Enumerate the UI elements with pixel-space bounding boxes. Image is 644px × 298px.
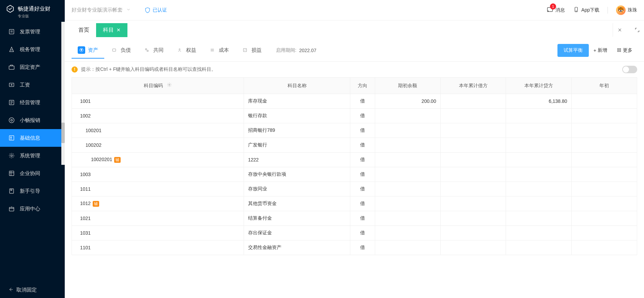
sidebar-item-label: 小畅报销: [20, 117, 40, 124]
sidebar-scrollbar-thumb[interactable]: [61, 123, 65, 143]
message-button[interactable]: 1 消息: [547, 6, 565, 14]
begin_balance-cell: [375, 138, 440, 153]
table-row[interactable]: 1002银行存款借: [72, 109, 637, 123]
plus-icon: +: [594, 48, 596, 53]
svg-point-5: [9, 118, 14, 123]
svg-rect-10: [9, 171, 14, 175]
table-row[interactable]: 1021结算备付金借: [72, 211, 637, 226]
begin_balance-cell: [375, 167, 440, 182]
table-row[interactable]: 10020201辅1222借: [72, 153, 637, 167]
divider: [608, 7, 608, 14]
filter-tab-liability[interactable]: 负债: [104, 42, 137, 59]
sidebar-item-label: 固定资产: [20, 64, 40, 70]
dir-cell: 借: [350, 167, 375, 182]
sidebar-item-reimburse[interactable]: 小畅报销: [0, 111, 65, 129]
tab-subject[interactable]: 科目 ✕: [96, 23, 127, 37]
download-button[interactable]: App下载: [573, 6, 599, 14]
filter-tab-cost[interactable]: 成本: [202, 42, 235, 59]
svg-point-27: [169, 84, 170, 85]
filter-tab-asset[interactable]: ¥ 资产: [72, 42, 104, 59]
expand-button[interactable]: [630, 23, 644, 37]
balance-button[interactable]: 试算平衡: [557, 44, 589, 57]
dir-cell: 借: [350, 240, 375, 255]
svg-point-7: [11, 137, 12, 138]
user-menu[interactable]: 🐯 珠珠: [616, 5, 637, 15]
sidebar-item-label: 经营管理: [20, 99, 40, 106]
table-row[interactable]: 1011存放同业借: [72, 182, 637, 197]
filter-tab-profit[interactable]: 损益: [235, 42, 268, 59]
info-icon: !: [72, 66, 78, 73]
sidebar-item-appcenter[interactable]: 应用中心: [0, 200, 65, 218]
more-button[interactable]: 更多: [612, 44, 637, 57]
sidebar: 畅捷通好业财 专业版 发票管理 税务管理 固定资产 工资 经营管理: [0, 0, 65, 298]
ytd_debit-cell: [440, 109, 506, 123]
sidebar-item-basic-info[interactable]: 基础信息: [0, 129, 65, 147]
system-icon: [8, 152, 15, 159]
ytd_credit-cell: [506, 109, 571, 123]
sidebar-item-guide[interactable]: 新手引导: [0, 182, 65, 200]
ytd_debit-cell: [440, 123, 506, 138]
subject-table: 科目编码 科目名称 方向 期初余额 本年累计借方 本年累计贷方 年初 1001库…: [72, 77, 637, 255]
name-cell: 结算备付金: [244, 211, 350, 226]
svg-point-8: [9, 153, 14, 158]
ytd_credit-cell: [506, 138, 571, 153]
begin_balance-cell: [375, 226, 440, 240]
salary-icon: [8, 81, 15, 88]
filter-tab-equity[interactable]: 权益: [170, 42, 202, 59]
code-cell: 1021: [72, 211, 244, 226]
ytd_credit-cell: [506, 153, 571, 167]
dir-cell: 借: [350, 138, 375, 153]
table-wrap[interactable]: 科目编码 科目名称 方向 期初余额 本年累计借方 本年累计贷方 年初 1001库…: [65, 77, 644, 298]
account-select[interactable]: 好业财专业版演示帐套: [72, 7, 131, 13]
filter-label: 损益: [251, 47, 262, 53]
filter-tab-common[interactable]: 共同: [137, 42, 170, 59]
sidebar-item-fixed-asset[interactable]: 固定资产: [0, 58, 65, 76]
dir-cell: 借: [350, 109, 375, 123]
close-all-tabs[interactable]: [613, 23, 626, 37]
year-begin-cell: [571, 138, 637, 153]
business-icon: [8, 99, 15, 106]
appcenter-icon: [8, 205, 15, 212]
period-value: 2022.07: [299, 48, 317, 53]
aux-badge: 辅: [93, 201, 99, 207]
table-row[interactable]: 1003存放中央银行款项借: [72, 167, 637, 182]
toggle-switch[interactable]: [622, 66, 637, 73]
table-row[interactable]: 100201招商银行789借: [72, 123, 637, 138]
account-label: 好业财专业版演示帐套: [72, 7, 123, 13]
filter-label: 资产: [88, 47, 98, 53]
brand-sub: 专业版: [0, 14, 65, 23]
sidebar-unpin[interactable]: 取消固定: [0, 282, 65, 298]
year-begin-cell: [571, 211, 637, 226]
sidebar-item-collab[interactable]: 企业协同: [0, 164, 65, 182]
table-row[interactable]: 1031存出保证金借: [72, 226, 637, 240]
name-cell: 1222: [244, 153, 350, 167]
svg-rect-2: [9, 83, 14, 87]
unpin-icon: [8, 287, 14, 293]
tab-home[interactable]: 首页: [72, 23, 96, 37]
svg-text:¥: ¥: [81, 49, 82, 51]
sidebar-item-business[interactable]: 经营管理: [0, 94, 65, 111]
table-row[interactable]: 1101交易性金融资产借: [72, 240, 637, 255]
add-button[interactable]: + 新增: [589, 44, 612, 57]
sidebar-item-system[interactable]: 系统管理: [0, 147, 65, 164]
table-row[interactable]: 1001库存现金借200.006,138.80: [72, 94, 637, 109]
filter-label: 成本: [219, 47, 229, 53]
dir-cell: 借: [350, 197, 375, 211]
close-icon[interactable]: ✕: [117, 27, 121, 33]
dir-cell: 借: [350, 94, 375, 109]
sidebar-scrollbar[interactable]: [61, 22, 65, 165]
table-row[interactable]: 100202广发银行借: [72, 138, 637, 153]
svg-rect-0: [9, 29, 14, 34]
shield-icon: [144, 7, 151, 13]
sidebar-item-tax[interactable]: 税务管理: [0, 41, 65, 58]
filter-label: 共同: [153, 47, 164, 53]
sidebar-item-invoice[interactable]: 发票管理: [0, 23, 65, 41]
collab-icon: [8, 170, 15, 177]
year-begin-cell: [571, 94, 637, 109]
name-cell: 存放中央银行款项: [244, 167, 350, 182]
gear-icon[interactable]: [167, 83, 172, 88]
sidebar-item-salary[interactable]: 工资: [0, 76, 65, 94]
ytd_credit-cell: [506, 167, 571, 182]
avatar: 🐯: [616, 5, 626, 15]
table-row[interactable]: 1012辅其他货币资金借: [72, 197, 637, 211]
